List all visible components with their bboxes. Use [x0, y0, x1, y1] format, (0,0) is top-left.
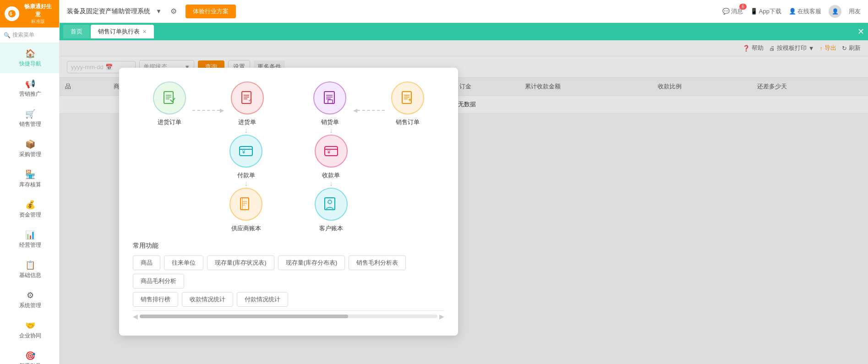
- marketing-icon: 📢: [25, 79, 35, 89]
- newcomer-icon: 🎯: [25, 351, 35, 361]
- purchase-icon: 📦: [25, 139, 35, 149]
- search-menu[interactable]: 🔍 搜索菜单: [0, 27, 59, 43]
- customer-ledger-label: 客户账本: [319, 224, 343, 233]
- sales-icon: 🛒: [25, 109, 35, 119]
- sidebar-item-enterprise[interactable]: 🤝 企业协同: [0, 315, 59, 345]
- sidebar-item-label: 新手引导: [19, 362, 41, 364]
- tab-sales-order[interactable]: 销售订单执行表 ✕: [91, 25, 154, 38]
- receipt-label: 收款单: [322, 171, 340, 179]
- func-btn-sales-profit[interactable]: 销售毛利分析表: [349, 255, 406, 270]
- username: 用友: [849, 7, 861, 16]
- sidebar-item-label: 企业协同: [19, 332, 41, 340]
- sidebar-item-operations[interactable]: 📊 经营管理: [0, 224, 59, 255]
- online-service-btn[interactable]: 👤 在线客服: [789, 7, 821, 16]
- tab-home[interactable]: 首页: [63, 25, 90, 38]
- sidebar-item-system[interactable]: ⚙ 系统管理: [0, 285, 59, 315]
- svg-text:¥: ¥: [242, 149, 246, 155]
- sidebar-item-label: 营销推广: [19, 90, 41, 98]
- sidebar-item-inventory[interactable]: 🏪 库存核算: [0, 164, 59, 194]
- inventory-icon: 🏪: [25, 169, 35, 179]
- message-btn[interactable]: 💬 消息 6: [722, 7, 743, 16]
- flow-item-receipt: ¥ 收款单: [308, 135, 354, 179]
- scrollbar-row: ◀ ▶: [133, 310, 444, 322]
- top-header: 装备及固定资产辅助管理系统 ▼ ⚙ 体验行业方案 💬 消息 6 📱 App下载 …: [60, 0, 868, 23]
- finance-icon: 💰: [25, 200, 35, 210]
- sales-order-circle[interactable]: [391, 81, 424, 114]
- purchase-bill-circle[interactable]: ✓: [231, 81, 264, 114]
- flow-item-purchase-order: 进货订单: [147, 81, 192, 126]
- svg-rect-25: [325, 147, 338, 156]
- sidebar-item-base-info[interactable]: 📋 基础信息: [0, 255, 59, 285]
- page-content: ❓ 帮助 🖨 按模板打印 ▼ ↑ 导出 ↻ 刷新: [60, 40, 868, 364]
- sidebar-item-label: 库存核算: [19, 181, 41, 189]
- header-right: 💬 消息 6 📱 App下载 👤 在线客服 👤 用友: [722, 5, 861, 18]
- down-arrow-payment: ↓: [223, 179, 269, 188]
- flow-item-payment: ¥ 付款单: [223, 135, 269, 179]
- svg-point-34: [328, 200, 332, 204]
- tab-home-label: 首页: [71, 27, 82, 36]
- settings-gear-icon[interactable]: ⚙: [167, 5, 180, 18]
- func-btn-sales-rank[interactable]: 销售排行榜: [133, 292, 178, 307]
- down-arrow-receipt: ↓: [308, 179, 354, 188]
- sidebar-item-purchase[interactable]: 📦 采购管理: [0, 134, 59, 164]
- sidebar-item-label: 销售管理: [19, 120, 41, 128]
- sidebar-item-marketing[interactable]: 📢 营销推广: [0, 73, 59, 103]
- payment-circle[interactable]: ¥: [229, 135, 262, 168]
- func-btn-payment-stat[interactable]: 付款情况统计: [237, 292, 288, 307]
- experience-btn[interactable]: 体验行业方案: [186, 5, 236, 18]
- message-badge: 6: [739, 4, 747, 10]
- svg-rect-29: [242, 198, 249, 210]
- message-icon: 💬: [722, 8, 730, 15]
- purchase-bill-label: 进货单: [238, 118, 256, 126]
- scroll-left-icon[interactable]: ◀: [133, 313, 138, 320]
- receipt-circle[interactable]: ¥: [315, 135, 348, 168]
- svg-text:6: 6: [10, 11, 12, 16]
- func-btn-stock-status[interactable]: 现存量(库存状况表): [207, 255, 274, 270]
- func-btn-contact[interactable]: 往来单位: [164, 255, 203, 270]
- logo-text: 畅康通好生意: [22, 3, 55, 18]
- logo-sub: 标准版: [22, 18, 55, 25]
- func-btn-product-profit[interactable]: 商品毛利分析: [133, 274, 184, 288]
- sidebar-item-label: 经营管理: [19, 241, 41, 249]
- sales-order-label: 销售订单: [396, 118, 420, 126]
- app-download-btn[interactable]: 📱 App下载: [750, 7, 781, 16]
- base-info-icon: 📋: [25, 260, 35, 270]
- svg-rect-15: [328, 100, 333, 103]
- scrollbar-thumb: [140, 315, 348, 318]
- download-icon: 📱: [750, 8, 758, 15]
- supplier-ledger-circle[interactable]: [229, 188, 262, 221]
- sidebar-item-newcomer[interactable]: 🎯 新手引导: [0, 345, 59, 364]
- user-avatar[interactable]: 👤: [829, 5, 841, 18]
- common-functions: 常用功能 商品 往来单位 现存量(库存状况表) 现存量(库存分布表) 销售毛利分…: [133, 242, 444, 307]
- svg-text:✓: ✓: [248, 98, 252, 103]
- system-icon: ⚙: [27, 290, 34, 300]
- svg-text:¥: ¥: [327, 149, 331, 155]
- flow-item-sales-order: 销售订单: [385, 81, 431, 126]
- func-btn-receipt-stat[interactable]: 收款情况统计: [182, 292, 233, 307]
- svg-rect-16: [402, 92, 411, 103]
- dropdown-arrow-icon: ▼: [156, 8, 162, 15]
- main-content: 装备及固定资产辅助管理系统 ▼ ⚙ 体验行业方案 💬 消息 6 📱 App下载 …: [60, 0, 868, 364]
- purchase-order-label: 进货订单: [158, 118, 181, 126]
- flow-item-customer-ledger: 客户账本: [308, 188, 354, 233]
- customer-ledger-circle[interactable]: [315, 188, 348, 221]
- scroll-right-icon[interactable]: ▶: [439, 313, 444, 320]
- sidebar-item-label: 资金管理: [19, 211, 41, 219]
- horizontal-scrollbar[interactable]: [140, 315, 437, 318]
- purchase-order-circle[interactable]: [153, 81, 186, 114]
- header-dropdown[interactable]: ▼: [156, 8, 162, 15]
- svg-rect-22: [240, 147, 252, 156]
- quick-guide-overlay[interactable]: 进货订单 ▶: [60, 40, 868, 364]
- sidebar-item-quick-nav[interactable]: 🏠 快捷导航: [0, 43, 59, 73]
- function-buttons-row1: 商品 往来单位 现存量(库存状况表) 现存量(库存分布表) 销售毛利分析表 商品…: [133, 255, 444, 288]
- down-arrow-sales: ↓: [308, 126, 354, 135]
- flow-item-supplier-ledger: 供应商账本: [223, 188, 269, 233]
- app-download-label: App下载: [759, 7, 781, 16]
- tab-close-all-btn[interactable]: ✕: [857, 27, 864, 37]
- func-btn-product[interactable]: 商品: [133, 255, 160, 270]
- sales-bill-circle[interactable]: [313, 81, 346, 114]
- func-btn-stock-dist[interactable]: 现存量(库存分布表): [278, 255, 345, 270]
- tab-close-icon[interactable]: ✕: [142, 29, 147, 35]
- sidebar-item-finance[interactable]: 💰 资金管理: [0, 194, 59, 224]
- sidebar-item-sales[interactable]: 🛒 销售管理: [0, 103, 59, 134]
